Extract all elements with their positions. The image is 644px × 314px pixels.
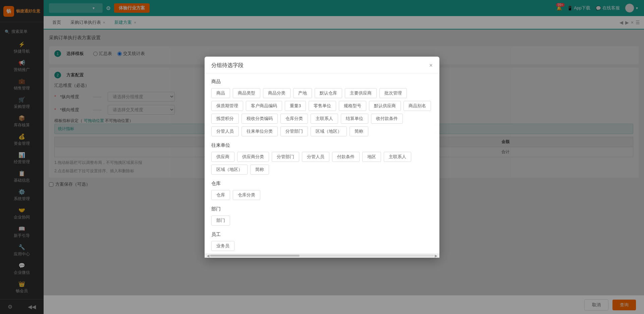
hscroll-right-btn[interactable]: ▶ [434, 254, 438, 258]
field-tags-product: 商品 商品类型 商品分类 产地 默认仓库 主要供应商 批次管理 保质期管理 客户… [211, 88, 433, 136]
field-tag-partner-2[interactable]: 分管部门 [272, 152, 299, 162]
hscroll-thumb [210, 255, 300, 257]
field-tag-product-9[interactable]: 重量3 [285, 101, 306, 111]
field-tag-product-21[interactable]: 往来单位分类 [241, 126, 278, 136]
field-tag-product-3[interactable]: 产地 [293, 88, 312, 98]
field-tag-employee-0[interactable]: 业务员 [211, 241, 234, 251]
modal-overlay: 分组待选字段 × 商品 商品 商品类型 商品分类 产地 默认仓库 主要供应商 批… [0, 0, 644, 314]
field-group-product-title: 商品 [211, 79, 433, 85]
field-tag-product-0[interactable]: 商品 [211, 88, 230, 98]
field-group-warehouse: 仓库 仓库 仓库分类 [211, 181, 433, 200]
hscroll-left-btn[interactable]: ◀ [206, 254, 210, 258]
field-tag-product-24[interactable]: 简称 [350, 126, 368, 136]
modal-body[interactable]: 商品 商品 商品类型 商品分类 产地 默认仓库 主要供应商 批次管理 保质期管理… [205, 73, 439, 254]
field-tag-product-5[interactable]: 主要供应商 [345, 88, 377, 98]
field-tag-product-16[interactable]: 仓库分类 [280, 114, 308, 124]
field-tag-product-18[interactable]: 结算单位 [341, 114, 368, 124]
field-tag-product-12[interactable]: 默认供应商 [369, 101, 401, 111]
field-tag-product-7[interactable]: 保质期管理 [211, 101, 243, 111]
field-tag-product-6[interactable]: 批次管理 [379, 88, 407, 98]
field-group-partner-title: 往来单位 [211, 142, 433, 148]
field-tag-product-11[interactable]: 规格型号 [339, 101, 366, 111]
modal-header: 分组待选字段 × [205, 57, 439, 73]
field-tag-dept-0[interactable]: 部门 [211, 215, 230, 226]
field-tag-partner-1[interactable]: 供应商分类 [237, 152, 269, 162]
field-tag-partner-8[interactable]: 简称 [250, 165, 269, 175]
field-tags-employee: 业务员 [211, 241, 433, 251]
field-group-employee-title: 员工 [211, 232, 433, 238]
field-tag-partner-4[interactable]: 付款条件 [332, 152, 360, 162]
field-tag-partner-6[interactable]: 主联系人 [384, 152, 411, 162]
field-tag-product-17[interactable]: 主联系人 [311, 114, 338, 124]
field-tag-partner-7[interactable]: 区域（地区） [211, 165, 248, 175]
field-tag-product-22[interactable]: 分管部门 [280, 126, 308, 136]
field-selection-modal: 分组待选字段 × 商品 商品 商品类型 商品分类 产地 默认仓库 主要供应商 批… [205, 57, 439, 258]
field-tag-product-23[interactable]: 区域（地区） [311, 126, 347, 136]
field-group-employee: 员工 业务员 [211, 232, 433, 251]
field-tag-product-14[interactable]: 拣货积分 [211, 114, 239, 124]
field-tags-partner: 供应商 供应商分类 分管部门 分管人员 付款条件 地区 主联系人 区域（地区） … [211, 152, 433, 175]
field-tag-product-15[interactable]: 税收分类编码 [241, 114, 278, 124]
field-group-partner: 往来单位 供应商 供应商分类 分管部门 分管人员 付款条件 地区 主联系人 区域… [211, 142, 433, 175]
field-tag-product-20[interactable]: 分管人员 [211, 126, 239, 136]
field-tag-partner-3[interactable]: 分管人员 [302, 152, 329, 162]
field-tag-partner-5[interactable]: 地区 [362, 152, 381, 162]
field-group-warehouse-title: 仓库 [211, 181, 433, 187]
field-tag-product-10[interactable]: 零售单位 [309, 101, 336, 111]
field-tags-dept: 部门 [211, 215, 433, 226]
field-tag-warehouse-1[interactable]: 仓库分类 [233, 190, 260, 200]
field-tag-product-13[interactable]: 商品别名 [404, 101, 431, 111]
field-group-product: 商品 商品 商品类型 商品分类 产地 默认仓库 主要供应商 批次管理 保质期管理… [211, 79, 433, 136]
field-tag-product-1[interactable]: 商品类型 [233, 88, 260, 98]
field-group-dept-title: 部门 [211, 206, 433, 212]
modal-close-button[interactable]: × [429, 62, 433, 68]
field-tag-partner-0[interactable]: 供应商 [211, 152, 234, 162]
field-tag-warehouse-0[interactable]: 仓库 [211, 190, 230, 200]
field-tag-product-19[interactable]: 收付款条件 [371, 114, 403, 124]
field-tag-product-2[interactable]: 商品分类 [263, 88, 290, 98]
hscroll-track [210, 255, 434, 257]
modal-horizontal-scrollbar[interactable]: ◀ ▶ [205, 254, 439, 258]
field-tag-product-4[interactable]: 默认仓库 [315, 88, 342, 98]
modal-title: 分组待选字段 [211, 62, 244, 69]
field-tags-warehouse: 仓库 仓库分类 [211, 190, 433, 200]
field-tag-product-8[interactable]: 客户商品编码 [246, 101, 282, 111]
field-group-dept: 部门 部门 [211, 206, 433, 226]
